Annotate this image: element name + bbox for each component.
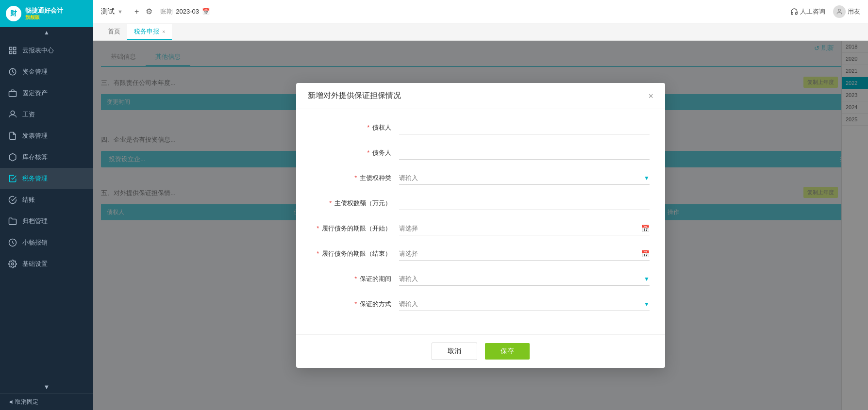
date-wrap-perform-start: 📅 <box>399 222 650 235</box>
header-right: 人工咨询 用友 <box>790 5 860 18</box>
sidebar-item-shuiwu[interactable]: 税务管理 <box>0 168 93 189</box>
label-perform-end: * 履行债务的期限（结束） <box>312 249 399 258</box>
save-button[interactable]: 保存 <box>485 343 530 360</box>
sidebar-item-jichushezhi[interactable]: 基础设置 <box>0 253 93 275</box>
input-claim-amount[interactable] <box>399 197 650 210</box>
headset-icon <box>790 8 798 16</box>
period-selector[interactable]: 账期 2023-03 📅 <box>160 7 210 16</box>
sidebar-item-label-gongzi: 工资 <box>22 110 35 119</box>
tab-bar: 首页 税务申报 × <box>93 23 868 41</box>
app-name: 畅捷通好会计 <box>25 7 63 15</box>
sidebar-item-label-zijin: 资金管理 <box>22 67 48 76</box>
tab-home[interactable]: 首页 <box>101 24 127 39</box>
tab-close-icon[interactable]: × <box>162 29 165 34</box>
label-guarantee-period: * 保证的期间 <box>312 275 399 283</box>
input-creditor[interactable] <box>399 121 650 134</box>
user-button[interactable]: 用友 <box>833 5 860 18</box>
select-wrap-guarantee-method: ▼ <box>399 297 650 311</box>
sidebar-item-label-yunbiao: 云报表中心 <box>22 46 54 55</box>
tab-shuiwushenb[interactable]: 税务申报 × <box>127 24 172 40</box>
select-claim-type[interactable] <box>399 171 644 184</box>
sidebar-nav: 云报表中心 资金管理 固定资产 工资 <box>0 38 93 380</box>
app-logo: 财 畅捷通好会计 旗舰版 <box>0 0 93 27</box>
company-chevron-icon: ▼ <box>117 9 123 15</box>
modal-header: 新增对外提供保证担保情况 × <box>296 83 665 109</box>
sidebar-item-label-kucun: 库存核算 <box>22 153 48 162</box>
jichushezhi-icon <box>8 259 17 269</box>
input-wrap-debtor <box>399 146 650 160</box>
chevron-down-icon-claim-type[interactable]: ▼ <box>644 175 650 181</box>
chevron-down-icon-guarantee-period[interactable]: ▼ <box>644 276 650 282</box>
sidebar-item-gongzi[interactable]: 工资 <box>0 104 93 125</box>
sidebar-item-xiaochangbaoxiao[interactable]: 小畅报销 <box>0 232 93 253</box>
company-selector[interactable]: 测试 ▼ <box>101 7 123 16</box>
svg-point-8 <box>838 9 841 11</box>
form-field-perform-end: * 履行债务的期限（结束） 📅 <box>312 247 650 261</box>
modal-close-button[interactable]: × <box>648 92 653 100</box>
sidebar-item-kucun[interactable]: 库存核算 <box>0 147 93 168</box>
modal-footer: 取消 保存 <box>296 334 665 368</box>
svg-rect-3 <box>14 51 16 54</box>
modal-dialog: 新增对外提供保证担保情况 × * 债权人 <box>296 83 665 368</box>
app-badge: 旗舰版 <box>25 15 63 20</box>
sidebar-item-label-fapiao: 发票管理 <box>22 131 48 140</box>
sidebar-item-label-jiezhang: 结账 <box>22 196 35 204</box>
select-guarantee-period[interactable] <box>399 272 644 285</box>
chevron-down-icon-guarantee-method[interactable]: ▼ <box>644 301 650 308</box>
tab-shuiwushenb-label: 税务申报 <box>134 27 159 36</box>
sidebar-item-jiezhang[interactable]: 结账 <box>0 189 93 211</box>
guidang-icon <box>8 216 17 226</box>
form-field-guarantee-period: * 保证的期间 ▼ <box>312 272 650 286</box>
gongzi-icon <box>8 110 17 119</box>
company-name: 测试 <box>101 7 115 16</box>
date-wrap-perform-end: 📅 <box>399 247 650 261</box>
input-perform-end[interactable] <box>399 247 641 260</box>
service-label: 人工咨询 <box>800 7 825 16</box>
input-perform-start[interactable] <box>399 222 641 235</box>
input-wrap-claim-amount <box>399 197 650 210</box>
sidebar-unpin[interactable]: ◄ 取消固定 <box>0 394 93 410</box>
label-perform-start: * 履行债务的期限（开始） <box>312 224 399 233</box>
sidebar-item-gudingzichan[interactable]: 固定资产 <box>0 82 93 104</box>
input-wrap-creditor <box>399 121 650 134</box>
calendar-icon-perform-start[interactable]: 📅 <box>641 225 650 232</box>
tab-home-label: 首页 <box>108 27 120 36</box>
period-calendar-icon[interactable]: 📅 <box>202 8 210 15</box>
select-guarantee-method[interactable] <box>399 297 644 311</box>
fapiao-icon <box>8 131 17 141</box>
svg-point-7 <box>12 263 14 265</box>
form-field-claim-amount: * 主债权数额（万元） <box>312 197 650 210</box>
modal-backdrop: 新增对外提供保证担保情况 × * 债权人 <box>93 41 868 410</box>
cancel-button[interactable]: 取消 <box>432 343 477 360</box>
user-avatar <box>833 5 846 18</box>
sidebar-item-fapiao[interactable]: 发票管理 <box>0 125 93 147</box>
add-button[interactable]: + <box>134 7 139 16</box>
settings-button[interactable]: ⚙ <box>146 7 152 16</box>
service-button[interactable]: 人工咨询 <box>790 7 825 16</box>
svg-rect-2 <box>9 51 12 54</box>
label-claim-amount: * 主债权数额（万元） <box>312 199 399 208</box>
user-label: 用友 <box>848 7 860 16</box>
sidebar-scroll-up[interactable]: ▲ <box>0 27 93 38</box>
sidebar-item-label-gudingzichan: 固定资产 <box>22 89 48 98</box>
select-wrap-claim-type: ▼ <box>399 171 650 185</box>
form-field-creditor: * 债权人 <box>312 121 650 134</box>
svg-rect-5 <box>9 91 17 97</box>
sidebar-item-yunbiao[interactable]: 云报表中心 <box>0 40 93 61</box>
jiezhang-icon <box>8 195 17 205</box>
modal-title: 新增对外提供保证担保情况 <box>308 91 401 101</box>
input-debtor[interactable] <box>399 146 650 159</box>
sidebar-item-label-jichushezhi: 基础设置 <box>22 260 48 268</box>
sidebar-item-label-xiaochangbaoxiao: 小畅报销 <box>22 238 48 247</box>
sidebar: 财 畅捷通好会计 旗舰版 ▲ 云报表中心 资金管理 <box>0 0 93 410</box>
sidebar-item-guidang[interactable]: 归档管理 <box>0 211 93 232</box>
top-header: 测试 ▼ + ⚙ 账期 2023-03 📅 人工咨询 <box>93 0 868 23</box>
sidebar-scroll-down[interactable]: ▼ <box>0 380 93 394</box>
sidebar-item-zijin[interactable]: 资金管理 <box>0 61 93 82</box>
calendar-icon-perform-end[interactable]: 📅 <box>641 250 650 258</box>
header-actions: + ⚙ <box>134 7 152 16</box>
xiaochangbaoxiao-icon <box>8 238 17 247</box>
yunbiao-icon <box>8 46 17 55</box>
svg-rect-0 <box>9 47 12 49</box>
label-claim-type: * 主债权种类 <box>312 174 399 182</box>
